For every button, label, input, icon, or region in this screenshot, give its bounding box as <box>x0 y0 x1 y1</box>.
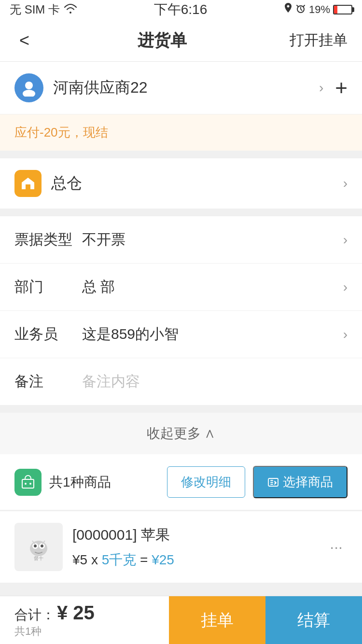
open-hold-button[interactable]: 打开挂单 <box>290 30 348 50</box>
battery-icon <box>333 5 352 14</box>
total-label: 合计： <box>14 606 55 624</box>
remark-row[interactable]: 备注 备注内容 <box>0 358 362 405</box>
product-info: [0000001] 苹果 ¥5 x 5千克 = ¥25 <box>72 525 325 569</box>
product-quantity: 5千克 <box>102 552 137 567</box>
product-more-button[interactable]: ··· <box>325 533 348 561</box>
page-title: 进货单 <box>138 29 187 52</box>
products-header: 共1种商品 修改明细 选择商品 <box>0 454 362 510</box>
collapse-text: 收起更多 ∧ <box>147 424 216 443</box>
hold-button[interactable]: 挂单 <box>169 596 265 644</box>
chevron-icon: › <box>343 327 348 342</box>
alarm-icon <box>295 3 306 16</box>
select-product-button[interactable]: 选择商品 <box>253 466 348 498</box>
svg-rect-5 <box>22 479 34 488</box>
department-row[interactable]: 部门 总 部 › <box>0 264 362 311</box>
salesperson-label: 业务员 <box>14 324 72 344</box>
supplier-section: 河南供应商22 › + 应付-20元，现结 <box>0 62 362 151</box>
product-price-row: ¥5 x 5千克 = ¥25 <box>72 551 325 569</box>
product-name: [0000001] 苹果 <box>72 525 325 545</box>
status-time: 下午6:16 <box>154 0 208 19</box>
supplier-avatar <box>14 73 43 102</box>
products-count: 共1种商品 <box>49 473 159 491</box>
chevron-icon: › <box>343 280 348 295</box>
chevron-icon: › <box>319 80 323 96</box>
notice-banner: 应付-20元，现结 <box>0 114 362 151</box>
supplier-row[interactable]: 河南供应商22 › + <box>0 62 362 114</box>
chevron-icon: › <box>343 232 348 248</box>
salesperson-value: 这是859的小智 <box>72 324 343 344</box>
svg-point-6 <box>25 483 27 485</box>
warehouse-icon <box>14 170 42 197</box>
department-value: 总 部 <box>72 277 343 297</box>
products-section: 共1种商品 修改明细 选择商品 督十 <box>0 454 362 583</box>
status-right: 19% <box>284 3 352 16</box>
bottom-bar: 合计： ¥ 25 共1种 挂单 结算 <box>0 596 362 644</box>
product-item: 督十 [0000001] 苹果 ¥5 x 5千克 = ¥25 ··· <box>0 511 362 583</box>
svg-point-10 <box>30 541 47 556</box>
product-thumbnail: 督十 <box>14 523 63 571</box>
invoice-type-value: 不开票 <box>72 230 343 250</box>
equals-sign: = <box>140 552 152 567</box>
form-section: 票据类型 不开票 › 部门 总 部 › 业务员 这是859的小智 › 备注 备注… <box>0 216 362 405</box>
carrier-label: 无 SIM 卡 <box>10 2 60 17</box>
department-label: 部门 <box>14 277 72 297</box>
status-left: 无 SIM 卡 <box>10 2 77 17</box>
wifi-icon <box>64 3 77 16</box>
svg-point-7 <box>29 483 31 485</box>
warehouse-section: 总仓 › <box>0 158 362 209</box>
product-unit-price: ¥5 <box>72 552 87 567</box>
battery-label: 19% <box>309 3 330 16</box>
product-total: ¥25 <box>152 552 174 567</box>
svg-rect-8 <box>268 478 278 486</box>
chevron-icon: › <box>343 176 348 191</box>
edit-detail-button[interactable]: 修改明细 <box>167 466 245 498</box>
collapse-row[interactable]: 收起更多 ∧ <box>0 413 362 454</box>
svg-point-1 <box>25 82 33 89</box>
salesperson-row[interactable]: 业务员 这是859的小智 › <box>0 311 362 358</box>
warehouse-row[interactable]: 总仓 › <box>0 158 362 209</box>
location-icon <box>284 3 292 16</box>
svg-point-13 <box>34 545 37 547</box>
svg-point-2 <box>23 90 35 97</box>
products-icon <box>14 469 42 496</box>
invoice-type-row[interactable]: 票据类型 不开票 › <box>0 216 362 264</box>
remark-label: 备注 <box>14 372 72 392</box>
svg-rect-3 <box>26 184 30 189</box>
warehouse-name: 总仓 <box>51 173 343 194</box>
price-separator: x <box>91 552 102 567</box>
back-button[interactable]: < <box>14 26 34 56</box>
select-product-label: 选择商品 <box>283 474 333 490</box>
status-bar: 无 SIM 卡 下午6:16 19% <box>0 0 362 19</box>
supplier-name: 河南供应商22 <box>53 77 319 98</box>
total-amount: ¥ 25 <box>57 602 95 624</box>
notice-text: 应付-20元，现结 <box>14 125 108 140</box>
total-count: 共1种 <box>14 624 154 639</box>
svg-text:督十: 督十 <box>34 556 43 561</box>
add-button[interactable]: + <box>335 77 348 98</box>
invoice-type-label: 票据类型 <box>14 230 72 250</box>
total-section: 合计： ¥ 25 共1种 <box>0 596 169 644</box>
checkout-button[interactable]: 结算 <box>265 596 362 644</box>
remark-placeholder: 备注内容 <box>72 372 348 392</box>
svg-point-4 <box>27 179 29 182</box>
svg-point-14 <box>41 545 43 547</box>
nav-bar: < 进货单 打开挂单 <box>0 19 362 62</box>
